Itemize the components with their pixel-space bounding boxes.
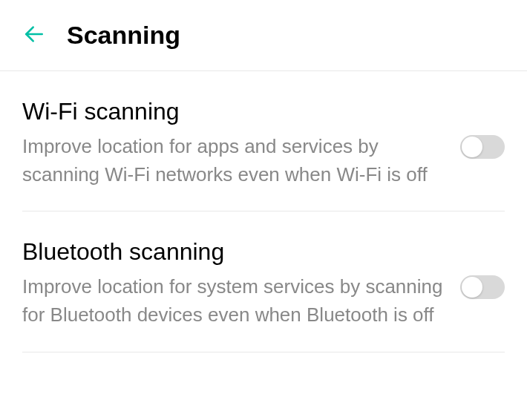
toggle-knob	[462, 137, 482, 157]
setting-content: Bluetooth scanning Improve location for …	[22, 238, 460, 329]
bluetooth-scanning-toggle[interactable]	[460, 275, 505, 299]
toggle-knob	[462, 277, 482, 298]
header: Scanning	[0, 0, 527, 71]
setting-description: Improve location for system services by …	[22, 273, 445, 329]
settings-list: Wi-Fi scanning Improve location for apps…	[0, 71, 527, 352]
setting-item-wifi-scanning[interactable]: Wi-Fi scanning Improve location for apps…	[22, 71, 505, 211]
setting-description: Improve location for apps and services b…	[22, 133, 445, 188]
setting-item-bluetooth-scanning[interactable]: Bluetooth scanning Improve location for …	[22, 211, 505, 352]
setting-title: Bluetooth scanning	[22, 238, 445, 266]
wifi-scanning-toggle[interactable]	[460, 135, 505, 159]
setting-content: Wi-Fi scanning Improve location for apps…	[22, 98, 460, 188]
setting-title: Wi-Fi scanning	[22, 98, 445, 125]
back-arrow-icon[interactable]	[22, 22, 46, 49]
page-title: Scanning	[67, 21, 180, 50]
